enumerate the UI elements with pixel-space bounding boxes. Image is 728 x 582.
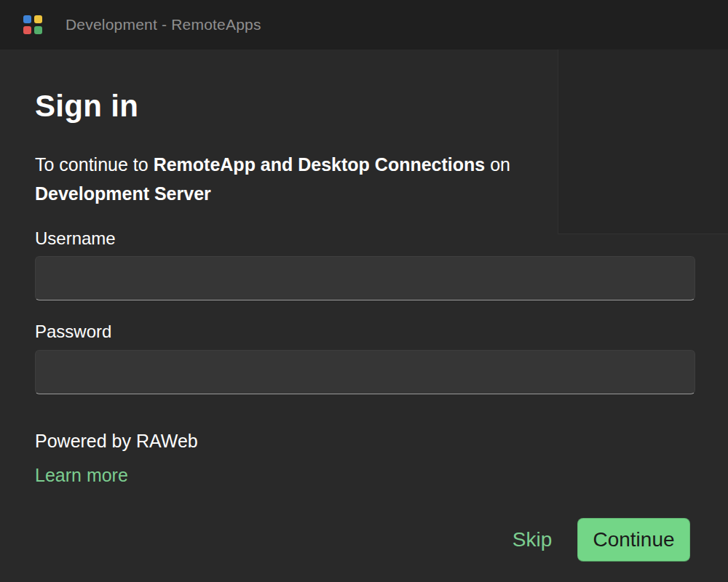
signin-page: Sign in To continue to RemoteApp and Des… [0,49,728,582]
dimmed-corner-region [558,49,728,234]
subtitle-prefix: To continue to [35,154,154,175]
learn-more-link[interactable]: Learn more [35,465,128,486]
logo-tile-red [23,26,31,34]
subtitle-server-name: Development Server [35,183,211,204]
window-title: Development - RemoteApps [66,16,261,33]
titlebar: Development - RemoteApps [0,0,728,49]
username-label: Username [35,228,116,249]
logo-tile-yellow [34,15,42,23]
logo-tile-green [34,26,42,34]
signin-subtitle: To continue to RemoteApp and Desktop Con… [35,150,566,208]
app-logo-icon [23,15,42,34]
subtitle-mid: on [485,154,510,175]
logo-tile-blue [23,15,31,23]
page-title: Sign in [35,89,138,124]
password-label: Password [35,322,111,342]
password-input[interactable] [35,350,695,394]
skip-button[interactable]: Skip [499,522,565,557]
username-input[interactable] [35,256,695,300]
subtitle-app-name: RemoteApp and Desktop Connections [154,154,486,175]
continue-button[interactable]: Continue [577,518,690,562]
powered-by-text: Powered by RAWeb [35,431,198,452]
